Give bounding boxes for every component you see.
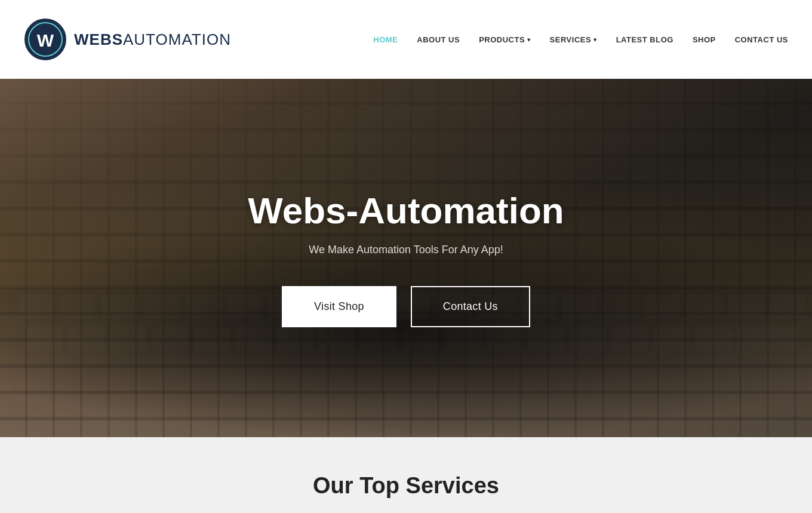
svg-rect-19 [645, 294, 681, 318]
svg-rect-34 [487, 327, 522, 351]
nav-products[interactable]: PRODUCTS ▾ [479, 35, 530, 44]
nav-contact-us[interactable]: CONTACT US [735, 35, 788, 44]
svg-rect-33 [445, 327, 481, 351]
svg-rect-31 [361, 327, 397, 351]
svg-rect-30 [319, 327, 355, 351]
nav-shop[interactable]: SHOP [693, 35, 716, 44]
logo-text: WEBSAUTOMATION [74, 32, 231, 47]
site-header: W WEBSAUTOMATION HOME ABOUT US PRODUCTS … [0, 0, 812, 79]
svg-rect-37 [612, 327, 648, 351]
svg-rect-22 [770, 294, 806, 318]
visit-shop-button[interactable]: Visit Shop [282, 286, 396, 327]
svg-rect-24 [69, 327, 104, 351]
contact-us-button[interactable]: Contact Us [411, 286, 530, 327]
nav-latest-blog[interactable]: LATEST BLOG [616, 35, 673, 44]
svg-rect-39 [696, 327, 731, 351]
logo-automation: AUTOMATION [123, 32, 231, 47]
hero-title: Webs-Automation [248, 189, 564, 232]
nav-home[interactable]: HOME [373, 35, 398, 44]
svg-rect-23 [27, 327, 63, 351]
svg-rect-6 [102, 294, 137, 318]
svg-rect-17 [561, 294, 597, 318]
nav-about-us[interactable]: ABOUT US [417, 35, 460, 44]
logo-icon: W [24, 18, 67, 61]
main-nav: HOME ABOUT US PRODUCTS ▾ SERVICES ▾ LATE… [373, 35, 788, 44]
svg-text:W: W [37, 30, 54, 50]
svg-rect-20 [687, 294, 722, 318]
svg-rect-18 [603, 294, 639, 318]
logo[interactable]: W WEBSAUTOMATION [24, 18, 231, 61]
svg-rect-28 [236, 327, 272, 351]
nav-services[interactable]: SERVICES ▾ [550, 35, 597, 44]
svg-rect-36 [570, 327, 606, 351]
svg-rect-25 [110, 327, 146, 351]
services-section: Our Top Services [0, 437, 812, 513]
svg-rect-40 [737, 327, 797, 351]
svg-rect-8 [185, 294, 221, 318]
hero-section: Webs-Automation We Make Automation Tools… [0, 79, 812, 437]
svg-rect-27 [194, 327, 230, 351]
products-dropdown-icon: ▾ [527, 36, 531, 43]
svg-rect-5 [60, 294, 96, 318]
hero-buttons: Visit Shop Contact Us [248, 286, 564, 327]
logo-webs: WEBS [74, 32, 123, 47]
svg-rect-26 [152, 327, 188, 351]
svg-rect-4 [18, 294, 54, 318]
hero-subtitle: We Make Automation Tools For Any App! [248, 244, 564, 256]
services-dropdown-icon: ▾ [593, 36, 597, 43]
hero-content: Webs-Automation We Make Automation Tools… [248, 189, 564, 327]
svg-rect-32 [403, 327, 439, 351]
services-title: Our Top Services [24, 473, 788, 499]
svg-rect-35 [528, 327, 564, 351]
svg-rect-29 [278, 327, 313, 351]
svg-rect-38 [654, 327, 690, 351]
svg-rect-21 [728, 294, 764, 318]
svg-rect-7 [143, 294, 179, 318]
